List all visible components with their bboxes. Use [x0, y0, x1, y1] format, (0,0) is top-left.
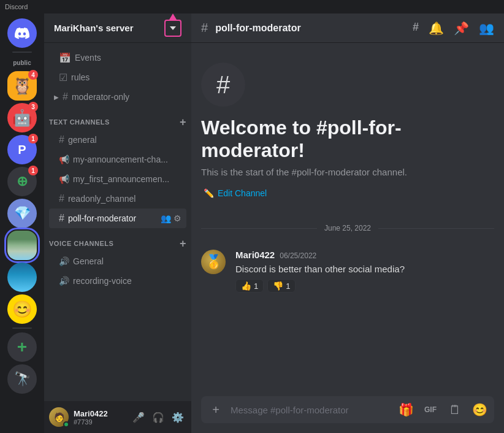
thumbs-up-count: 1: [254, 282, 258, 291]
add-attachment-button[interactable]: +: [206, 400, 226, 420]
edit-icon: ✏️: [204, 188, 214, 198]
online-status-dot: [63, 421, 69, 427]
channel-item-announcement2[interactable]: 📢 my_first_announcemen...: [49, 169, 186, 189]
add-voice-channel-button[interactable]: +: [180, 238, 186, 249]
message-input[interactable]: [231, 405, 391, 415]
message-input-area: + 🎁 GIF 🗒 😊: [191, 396, 504, 433]
moderator-hash-icon: #: [63, 91, 68, 102]
events-icon: 📅: [59, 52, 71, 64]
channel-item-general[interactable]: # general: [49, 130, 186, 150]
add-icon: +: [212, 403, 220, 417]
header-pin-icon[interactable]: 📌: [454, 21, 469, 36]
recording-voice-icon: 🔊: [59, 276, 69, 286]
message-input-container: + 🎁 GIF 🗒 😊: [201, 396, 494, 423]
channel-item-moderator-only[interactable]: ▶ # moderator-only: [49, 87, 186, 107]
channel-item-rules[interactable]: ☑ rules: [49, 67, 186, 87]
message-text: Discord is better than other social medi…: [235, 262, 494, 275]
user-settings-button[interactable]: ⚙️: [169, 408, 186, 426]
header-actions: # 🔔 📌 👥: [413, 21, 494, 36]
username: Mari0422: [74, 409, 125, 418]
reaction-thumbs-up[interactable]: 👍 1: [235, 279, 264, 293]
user-controls: 🎤 🎧 ⚙️: [130, 408, 186, 426]
server-icon-landscape[interactable]: [7, 231, 37, 260]
server-icon-plus[interactable]: ⊕ 1: [7, 167, 37, 196]
server-icon-explore[interactable]: 🔭: [7, 364, 37, 394]
date-label: June 25, 2022: [324, 224, 371, 232]
readonly-hash-icon: #: [59, 193, 64, 204]
server-icon-robot[interactable]: 🤖 3: [7, 103, 37, 132]
server-icon-p[interactable]: P 1: [7, 135, 37, 164]
user-settings-icon: ⚙️: [172, 412, 184, 423]
header-bell-icon[interactable]: 🔔: [429, 21, 444, 36]
channel-item-general-voice[interactable]: 🔊 General: [49, 251, 186, 271]
text-channels-section: TEXT CHANNELS +: [44, 107, 191, 130]
gif-label: GIF: [424, 405, 437, 414]
channel-header-name: poll-for-moderator: [215, 23, 301, 34]
reactions: 👍 1 👎 1: [235, 279, 494, 293]
channel-item-announcement1[interactable]: 📢 my-announcement-cha...: [49, 150, 186, 169]
dropdown-arrow-icon: [170, 26, 176, 30]
server-badge-plus: 1: [28, 166, 38, 175]
server-icon-gem[interactable]: 💎: [7, 199, 37, 228]
general-label: general: [68, 135, 97, 145]
server-icon-discord-home[interactable]: [7, 18, 37, 48]
server-badge-owl: 4: [28, 70, 38, 80]
message-content: Mari0422 06/25/2022 Discord is better th…: [235, 250, 494, 293]
edit-channel-button[interactable]: ✏️ Edit Channel: [201, 187, 269, 199]
general-voice-icon: 🔊: [59, 256, 69, 266]
main-content: # poll-for-moderator # 🔔 📌 👥 # Welcome t…: [191, 13, 504, 433]
readonly-label: readonly_channel: [68, 194, 136, 204]
user-bar: 🧑 Mari0422 #7739 🎤 🎧 ⚙️: [44, 401, 191, 433]
gif-button[interactable]: GIF: [421, 400, 440, 420]
text-channels-label[interactable]: TEXT CHANNELS: [49, 118, 180, 126]
server-dropdown-button[interactable]: [164, 20, 181, 37]
announcement2-icon: 📢: [59, 174, 69, 184]
welcome-hash-icon: #: [201, 63, 245, 107]
invite-icon[interactable]: 👥: [161, 213, 171, 223]
voice-channels-label[interactable]: VOICE CHANNELS: [49, 240, 180, 247]
message-timestamp: 06/25/2022: [280, 251, 316, 260]
user-info: Mari0422 #7739: [74, 409, 125, 426]
gift-button[interactable]: 🎁: [396, 400, 416, 420]
title-bar-label: Discord: [5, 3, 28, 10]
user-tag: #7739: [74, 418, 125, 426]
date-divider: June 25, 2022: [201, 224, 494, 232]
rules-label: rules: [71, 72, 90, 82]
headphones-button[interactable]: 🎧: [150, 408, 167, 426]
reaction-thumbs-down[interactable]: 👎 1: [267, 279, 296, 293]
channel-item-events[interactable]: 📅 Events: [49, 48, 186, 67]
server-icon-smile[interactable]: 😊: [7, 294, 37, 324]
moderator-only-label: moderator-only: [72, 92, 129, 102]
sticker-button[interactable]: 🗒: [445, 400, 465, 420]
header-hashtag-icon[interactable]: #: [413, 21, 419, 36]
channel-item-recording-voice[interactable]: 🔊 recording-voice: [49, 271, 186, 291]
server-public-label: public: [7, 56, 37, 69]
add-text-channel-button[interactable]: +: [180, 117, 186, 128]
headphones-icon: 🎧: [152, 412, 164, 423]
edit-channel-label: Edit Channel: [218, 188, 267, 198]
server-icon-add[interactable]: +: [7, 332, 37, 362]
thumbs-up-emoji: 👍: [241, 281, 251, 291]
emoji-button[interactable]: 😊: [470, 400, 489, 420]
header-members-icon[interactable]: 👥: [479, 21, 494, 36]
message-author: Mari0422: [235, 250, 275, 260]
app-layout: public 🦉 4 🤖 3 P 1 ⊕ 1 💎: [0, 13, 504, 433]
channel-header: # poll-for-moderator # 🔔 📌 👥: [191, 13, 504, 43]
channel-header-hash-icon: #: [201, 21, 208, 35]
dropdown-arrow-indicator: [169, 13, 177, 20]
title-bar: Discord: [0, 0, 504, 13]
poll-label: poll-for-moderator: [68, 213, 136, 223]
welcome-section: # Welcome to #poll-for-moderator! This i…: [201, 53, 494, 214]
mute-button[interactable]: 🎤: [130, 408, 147, 426]
message-avatar: 🥇: [201, 250, 226, 274]
settings-icon[interactable]: ⚙: [174, 213, 181, 223]
server-icon-ocean[interactable]: [7, 262, 37, 292]
recording-voice-label: recording-voice: [73, 276, 132, 286]
server-header[interactable]: MariKhan's server: [44, 13, 191, 43]
channel-item-readonly[interactable]: # readonly_channel: [49, 189, 186, 209]
voice-channels-section: VOICE CHANNELS +: [44, 228, 191, 251]
channel-item-poll-for-moderator[interactable]: # poll-for-moderator 👥 ⚙: [49, 209, 186, 228]
general-hash-icon: #: [59, 134, 64, 145]
server-icon-owl[interactable]: 🦉 4: [7, 71, 37, 101]
message-header: Mari0422 06/25/2022: [235, 250, 494, 260]
